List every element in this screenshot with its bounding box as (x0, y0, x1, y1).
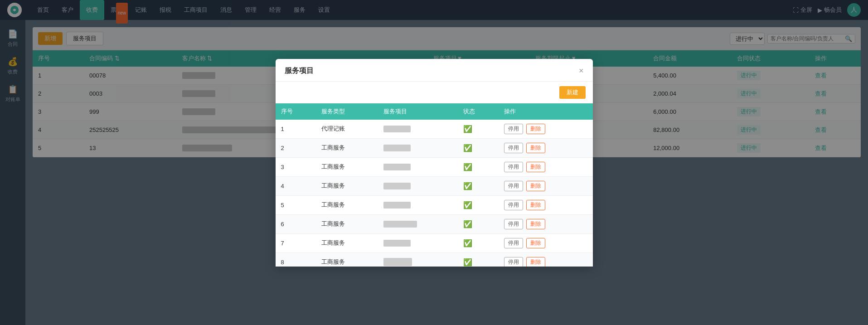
modal-col-type: 服务类型 (316, 103, 378, 120)
modal-row-item: ████1 (378, 120, 458, 139)
modal-close-button[interactable]: × (579, 67, 584, 75)
modal-row-status: ✅ (458, 233, 499, 252)
delete-button[interactable]: 删除 (526, 238, 545, 248)
delete-button[interactable]: 删除 (526, 219, 545, 229)
modal-title: 服务项目 (285, 66, 314, 76)
modal-header: 服务项目 × (276, 59, 593, 82)
new-service-button[interactable]: 新建 (559, 86, 586, 99)
modal-row-actions: 停用 删除 (499, 157, 593, 176)
modal-table-row: 5 工商服务 ████ ✅ 停用 删除 (276, 195, 593, 214)
stop-button[interactable]: 停用 (504, 143, 523, 153)
stop-button[interactable]: 停用 (504, 181, 523, 191)
modal-row-type: 工商服务 (316, 233, 378, 252)
modal-table-body: 1 代理记账 ████1 ✅ 停用 删除 2 工商服务 ████ ✅ (276, 120, 593, 267)
modal-row-seq: 1 (276, 120, 316, 139)
modal-row-seq: 4 (276, 176, 316, 195)
modal-row-actions: 停用 删除 (499, 252, 593, 267)
check-icon: ✅ (463, 125, 472, 133)
modal-row-actions: 停用 删除 (499, 138, 593, 157)
modal-row-seq: 2 (276, 138, 316, 157)
modal-row-status: ✅ (458, 252, 499, 267)
modal-row-type: 代理记账 (316, 120, 378, 139)
check-icon: ✅ (463, 201, 472, 209)
modal-row-seq: 3 (276, 157, 316, 176)
modal-row-type: 工商服务 (316, 176, 378, 195)
modal-row-status: ✅ (458, 176, 499, 195)
modal-row-item: ████注册 (378, 252, 458, 267)
check-icon: ✅ (463, 144, 472, 152)
modal-row-item: ████ (378, 233, 458, 252)
modal-table-row: 7 工商服务 ████ ✅ 停用 删除 (276, 233, 593, 252)
modal-row-status: ✅ (458, 195, 499, 214)
modal-row-seq: 8 (276, 252, 316, 267)
modal-table-row: 4 工商服务 ████ ✅ 停用 删除 (276, 176, 593, 195)
modal-col-item: 服务项目 (378, 103, 458, 120)
modal-col-action: 操作 (499, 103, 593, 120)
delete-button[interactable]: 删除 (526, 257, 545, 267)
modal-row-status: ✅ (458, 120, 499, 139)
delete-button[interactable]: 删除 (526, 124, 545, 134)
delete-button[interactable]: 删除 (526, 143, 545, 153)
modal-col-status: 状态 (458, 103, 499, 120)
modal-row-item: ████ (378, 157, 458, 176)
modal-row-status: ✅ (458, 214, 499, 233)
modal-row-item: ████████ (378, 214, 458, 233)
modal-row-seq: 6 (276, 214, 316, 233)
delete-button[interactable]: 删除 (526, 200, 545, 210)
modal-body: 序号 服务类型 服务项目 状态 操作 1 代理记账 ████1 ✅ 停用 (276, 103, 593, 267)
modal-row-actions: 停用 删除 (499, 195, 593, 214)
check-icon: ✅ (463, 258, 472, 266)
modal-table-row: 1 代理记账 ████1 ✅ 停用 删除 (276, 120, 593, 139)
service-item-modal: 服务项目 × 新建 序号 服务类型 服务项目 状态 操作 (276, 59, 593, 267)
modal-row-item: ████ (378, 195, 458, 214)
stop-button[interactable]: 停用 (504, 219, 523, 229)
modal-overlay: 服务项目 × 新建 序号 服务类型 服务项目 状态 操作 (0, 0, 868, 325)
modal-row-item: ████ (378, 138, 458, 157)
delete-button[interactable]: 删除 (526, 181, 545, 191)
modal-row-type: 工商服务 (316, 214, 378, 233)
stop-button[interactable]: 停用 (504, 238, 523, 248)
delete-button[interactable]: 删除 (526, 162, 545, 172)
service-item-table: 序号 服务类型 服务项目 状态 操作 1 代理记账 ████1 ✅ 停用 (276, 103, 593, 267)
modal-row-seq: 5 (276, 195, 316, 214)
modal-table-row: 6 工商服务 ████████ ✅ 停用 删除 (276, 214, 593, 233)
check-icon: ✅ (463, 239, 472, 247)
modal-row-actions: 停用 删除 (499, 214, 593, 233)
modal-table-row: 8 工商服务 ████注册 ✅ 停用 删除 (276, 252, 593, 267)
modal-row-seq: 7 (276, 233, 316, 252)
stop-button[interactable]: 停用 (504, 162, 523, 172)
modal-row-status: ✅ (458, 138, 499, 157)
stop-button[interactable]: 停用 (504, 200, 523, 210)
modal-toolbar: 新建 (276, 82, 593, 103)
check-icon: ✅ (463, 163, 472, 171)
modal-row-item: ████ (378, 176, 458, 195)
modal-table-row: 3 工商服务 ████ ✅ 停用 删除 (276, 157, 593, 176)
stop-button[interactable]: 停用 (504, 124, 523, 134)
modal-row-type: 工商服务 (316, 252, 378, 267)
modal-table-row: 2 工商服务 ████ ✅ 停用 删除 (276, 138, 593, 157)
check-icon: ✅ (463, 182, 472, 190)
modal-row-actions: 停用 删除 (499, 233, 593, 252)
stop-button[interactable]: 停用 (504, 257, 523, 267)
modal-row-actions: 停用 删除 (499, 120, 593, 139)
modal-row-type: 工商服务 (316, 157, 378, 176)
modal-col-seq: 序号 (276, 103, 316, 120)
modal-row-type: 工商服务 (316, 195, 378, 214)
modal-row-type: 工商服务 (316, 138, 378, 157)
modal-row-actions: 停用 删除 (499, 176, 593, 195)
modal-row-status: ✅ (458, 157, 499, 176)
check-icon: ✅ (463, 220, 472, 228)
modal-table-header: 序号 服务类型 服务项目 状态 操作 (276, 103, 593, 120)
